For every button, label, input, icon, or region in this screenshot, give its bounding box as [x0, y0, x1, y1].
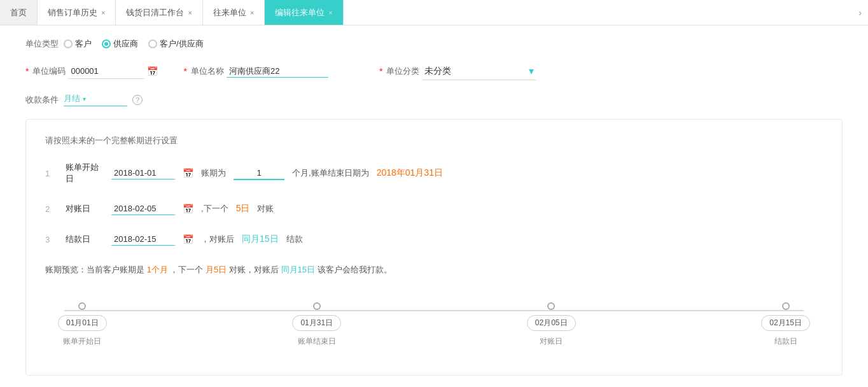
row-num-3: 3 [45, 235, 58, 244]
unit-classify-value: 未分类 [424, 66, 451, 77]
timeline-date-0: 01月01日 [58, 315, 107, 331]
required-classify: * [379, 66, 382, 76]
timeline-point-1: 01月31日 账单结束日 [292, 302, 341, 347]
radio-customer[interactable]: 客户 [64, 38, 92, 50]
radio-group-unit-type: 客户 供应商 客户/供应商 [64, 38, 204, 50]
timeline-date-1: 01月31日 [292, 315, 341, 331]
unit-classify-group: * 单位分类 未分类 ▾ [379, 62, 536, 80]
payment-condition-label: 收款条件 [25, 94, 59, 106]
unit-classify-select[interactable]: 未分类 ▾ [422, 62, 536, 80]
payment-help-icon[interactable]: ? [132, 95, 143, 105]
timeline-dot-2 [547, 302, 555, 310]
unit-type-row: 单位类型 客户 供应商 客户/供应商 [25, 38, 843, 50]
close-tab-sales[interactable]: × [101, 9, 105, 17]
timeline-label-3: 结款日 [774, 336, 797, 347]
period-postfix: 个月,账单结束日期为 [292, 167, 369, 179]
payment-prefix: ，对账后 [201, 234, 234, 245]
timeline-points: 01月01日 账单开始日 01月31日 账单结束日 02月05日 对账日 02月… [58, 302, 810, 347]
payment-condition-select[interactable]: 月结 ▾ [64, 93, 127, 106]
timeline-point-2: 02月05日 对账日 [527, 302, 576, 347]
unit-type-label: 单位类型 [25, 38, 59, 50]
tab-sales-order-history[interactable]: 销售订单历史 × [38, 0, 116, 25]
preview-payment-day: 同月15日 [281, 265, 315, 274]
timeline-dot-1 [313, 302, 321, 310]
tab-bar: 首页 销售订单历史 × 钱货日清工作台 × 往来单位 × 编辑往来单位 × › [0, 0, 868, 25]
tab-home[interactable]: 首页 [0, 0, 38, 25]
unit-code-calendar-icon[interactable]: 📅 [147, 66, 158, 76]
close-tab-cash[interactable]: × [188, 9, 192, 17]
tab-overflow-arrow[interactable]: › [852, 0, 868, 25]
radio-supplier-circle [102, 39, 111, 48]
radio-supplier[interactable]: 供应商 [102, 38, 138, 50]
start-date-input[interactable] [111, 167, 175, 179]
row-num-2: 2 [45, 204, 58, 214]
row-label-2: 对账日 [66, 203, 104, 215]
preview-section: 账期预览：当前客户账期是 1个月 ，下一个 月5日 对账，对账后 同月15日 该… [45, 264, 823, 277]
row-label-3: 结款日 [66, 234, 104, 245]
reconcile-day-highlight: 5日 [236, 203, 250, 215]
unit-name-input[interactable] [227, 65, 328, 78]
payment-date-calendar-icon[interactable]: 📅 [183, 234, 193, 244]
timeline-label-1: 账单结束日 [298, 336, 336, 347]
row-label-1: 账单开始日 [66, 162, 104, 185]
unit-name-label: 单位名称 [191, 66, 224, 77]
unit-info-row: * 单位编码 📅 * 单位名称 * 单位分类 未分类 ▾ [25, 62, 843, 80]
timeline-date-3: 02月15日 [761, 315, 810, 331]
tab-edit-partner[interactable]: 编辑往来单位 × [265, 0, 343, 25]
row-num-1: 1 [45, 169, 58, 178]
reconcile-date-calendar-icon[interactable]: 📅 [183, 204, 193, 214]
payment-date-input[interactable] [111, 233, 175, 246]
unit-name-group: * 单位名称 [183, 65, 328, 78]
required-name: * [183, 66, 186, 76]
box-instruction: 请按照未来的一个完整帐期进行设置 [45, 135, 823, 146]
required-code: * [25, 66, 29, 76]
preview-period: 1个月 [147, 265, 168, 274]
close-tab-edit-partner[interactable]: × [328, 9, 332, 17]
unit-classify-label: 单位分类 [386, 66, 419, 77]
unit-code-input[interactable] [68, 64, 144, 79]
radio-both-circle [148, 39, 157, 48]
period-prefix: 账期为 [201, 167, 226, 179]
reconcile-prefix: ,下一个 [201, 203, 228, 215]
period-value-input[interactable] [234, 167, 284, 180]
main-content: 单位类型 客户 供应商 客户/供应商 * 单位编码 📅 * 单位名称 [0, 25, 868, 387]
payment-condition-row: 收款条件 月结 ▾ ? [25, 93, 843, 106]
unit-code-group: * 单位编码 📅 [25, 64, 158, 79]
payment-condition-arrow: ▾ [83, 95, 86, 102]
unit-classify-arrow: ▾ [529, 65, 534, 77]
tab-partner-units[interactable]: 往来单位 × [203, 0, 265, 25]
start-date-calendar-icon[interactable]: 📅 [183, 168, 193, 178]
payment-day-highlight: 同月15日 [242, 234, 279, 245]
setting-row-3: 3 结款日 📅 ，对账后 同月15日 结款 [45, 233, 823, 246]
timeline-date-2: 02月05日 [527, 315, 576, 331]
reconcile-date-input[interactable] [111, 202, 175, 215]
unit-code-label: 单位编码 [32, 66, 66, 77]
timeline-point-0: 01月01日 账单开始日 [58, 302, 107, 347]
end-date-highlight: 2018年01月31日 [377, 167, 443, 179]
setting-box: 请按照未来的一个完整帐期进行设置 1 账单开始日 📅 账期为 个月,账单结束日期… [25, 119, 843, 376]
setting-row-1: 1 账单开始日 📅 账期为 个月,账单结束日期为 2018年01月31日 [45, 162, 823, 185]
timeline-label-2: 对账日 [540, 336, 563, 347]
timeline-label-0: 账单开始日 [63, 336, 101, 347]
radio-customer-circle [64, 39, 73, 48]
close-tab-partner[interactable]: × [250, 9, 254, 17]
timeline: 01月01日 账单开始日 01月31日 账单结束日 02月05日 对账日 02月… [45, 296, 823, 360]
radio-both[interactable]: 客户/供应商 [148, 38, 204, 50]
tab-cash-work[interactable]: 钱货日清工作台 × [116, 0, 202, 25]
preview-reconcile-day: 月5日 [206, 265, 227, 274]
payment-condition-value: 月结 [64, 93, 80, 104]
reconcile-postfix: 对账 [257, 203, 274, 215]
payment-postfix: 结款 [286, 234, 303, 245]
setting-row-2: 2 对账日 📅 ,下一个 5日 对账 [45, 202, 823, 215]
timeline-point-3: 02月15日 结款日 [761, 302, 810, 347]
timeline-dot-3 [782, 302, 790, 310]
timeline-dot-0 [78, 302, 86, 310]
